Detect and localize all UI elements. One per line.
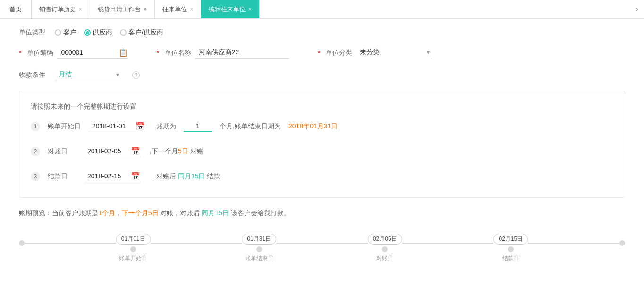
unit-code-input[interactable]: [57, 47, 119, 58]
unit-info-row: * 单位编码 📋 * 单位名称 * 单位分类 未分类 ▾: [19, 46, 625, 59]
unit-code-label: 单位编码: [27, 49, 53, 57]
timeline-label-2: 账单结束日: [245, 254, 273, 262]
row-num-1: 1: [31, 122, 40, 131]
tab-expand-button[interactable]: ›: [630, 4, 644, 14]
row-label-1: 账单开始日: [48, 122, 81, 131]
period-input[interactable]: [184, 121, 212, 132]
close-tab-edit-partner[interactable]: ×: [248, 6, 252, 13]
timeline-end-dot: [619, 240, 625, 246]
radio-customer-circle: [55, 29, 61, 36]
unit-category-label: 单位分类: [326, 49, 352, 57]
timeline-badge-1: 01月01日: [116, 234, 151, 245]
timeline-badge-3: 02月05日: [368, 234, 402, 245]
main-content: 单位类型 客户 供应商 客户/供应商 * 单位编码 📋: [0, 19, 644, 287]
row-num-2: 2: [31, 147, 40, 156]
unit-name-label: 单位名称: [165, 49, 191, 57]
timeline-label-3: 对账日: [376, 254, 393, 262]
unit-type-radio-group: 客户 供应商 客户/供应商: [55, 28, 163, 37]
radio-supplier[interactable]: 供应商: [84, 28, 112, 37]
timeline-dot-3: [382, 246, 388, 252]
card-title: 请按照未来的一个完整帐期进行设置: [31, 102, 613, 111]
unit-category-value: 未分类: [356, 46, 425, 59]
payment-date-input-wrapper: 📅: [84, 170, 140, 182]
preview-mid2: 对账，对账后: [159, 209, 202, 217]
close-tab-sales-history[interactable]: ×: [79, 6, 82, 13]
end-date-highlight: 2018年01月31日: [288, 122, 338, 131]
unit-category-dropdown-icon: ▾: [425, 49, 432, 56]
timeline-badge-2: 01月31日: [242, 234, 276, 245]
tab-cash-work[interactable]: 钱货日清工作台 ×: [90, 0, 155, 18]
payment-terms-dropdown-icon: ▾: [114, 71, 121, 78]
timeline: 01月01日 账单开始日 01月31日 账单结束日 02月05日 对账日 02月…: [19, 229, 625, 266]
tab-home[interactable]: 首页: [0, 0, 32, 18]
card-row-1: 1 账单开始日 📅 账期为 个月,账单结束日期为 2018年01月31日: [31, 120, 613, 132]
preview-suffix: 该客户会给我打款。: [229, 209, 290, 217]
unit-code-calendar-icon[interactable]: 📋: [119, 48, 128, 57]
payment-terms-value: 月结: [55, 68, 114, 81]
payment-terms-label: 收款条件: [19, 71, 45, 79]
row-label-3: 结款日: [48, 172, 76, 181]
card-row-2: 2 对账日 📅 ,下一个月5日 对账: [31, 145, 613, 157]
payment-terms-row: 收款条件 月结 ▾ ?: [19, 68, 625, 81]
unit-code-group: * 单位编码 📋: [19, 47, 128, 59]
preview-prefix: 账期预览：当前客户账期是: [19, 209, 98, 217]
radio-customer[interactable]: 客户: [55, 28, 76, 37]
payment-date-input[interactable]: [84, 170, 131, 182]
payment-date-calendar-icon[interactable]: 📅: [131, 172, 140, 181]
reconcile-date-input[interactable]: [84, 145, 131, 157]
close-tab-cash-work[interactable]: ×: [144, 6, 147, 13]
timeline-label-4: 结款日: [502, 254, 519, 262]
period-prefix: 账期为: [156, 122, 176, 131]
radio-customer-supplier[interactable]: 客户/供应商: [120, 28, 163, 37]
unit-name-input[interactable]: [195, 47, 289, 58]
payment-terms-select[interactable]: 月结 ▾: [55, 68, 121, 81]
start-date-input[interactable]: [88, 120, 136, 132]
timeline-node-4: 02月15日 结款日: [493, 234, 528, 252]
timeline-dot-2: [256, 246, 262, 252]
timeline-line-2: [151, 243, 242, 244]
settings-card: 请按照未来的一个完整帐期进行设置 1 账单开始日 📅 账期为 个月,账单结束日期…: [19, 91, 625, 198]
unit-category-group: * 单位分类 未分类 ▾: [318, 46, 432, 59]
unit-name-input-wrapper: [195, 47, 289, 59]
close-tab-partner[interactable]: ×: [190, 6, 193, 13]
reconcile-date-input-wrapper: 📅: [84, 145, 140, 157]
unit-code-input-wrapper: 📋: [57, 47, 128, 59]
unit-type-row: 单位类型 客户 供应商 客户/供应商: [19, 28, 625, 37]
timeline-dot-1: [130, 246, 136, 252]
unit-category-select[interactable]: 未分类 ▾: [356, 46, 432, 59]
row-label-2: 对账日: [48, 147, 76, 156]
payment-terms-help-icon[interactable]: ?: [132, 71, 140, 79]
timeline-line-4: [402, 243, 494, 244]
start-date-input-wrapper: 📅: [88, 120, 145, 132]
unit-name-group: * 单位名称: [156, 47, 289, 59]
tab-partner[interactable]: 往来单位 ×: [155, 0, 201, 18]
reconcile-desc: ,下一个月5日 对账: [150, 147, 203, 156]
timeline-line-3: [276, 243, 368, 244]
timeline-node-3: 02月05日 对账日: [368, 234, 402, 252]
row-num-3: 3: [31, 172, 40, 181]
preview-period: 1个月: [98, 209, 115, 217]
preview-section: 账期预览：当前客户账期是1个月，下一个月5日 对账，对账后 同月15日 该客户会…: [19, 202, 625, 266]
timeline-label-1: 账单开始日: [119, 254, 147, 262]
timeline-dot-4: [508, 246, 514, 252]
period-suffix: 个月,账单结束日期为: [220, 122, 281, 131]
tab-bar: 首页 销售订单历史 × 钱货日清工作台 × 往来单位 × 编辑往来单位 × ›: [0, 0, 644, 19]
tab-edit-partner[interactable]: 编辑往来单位 ×: [201, 0, 260, 18]
tab-sales-history[interactable]: 销售订单历史 ×: [32, 0, 90, 18]
timeline-node-2: 01月31日 账单结束日: [242, 234, 276, 252]
start-date-calendar-icon[interactable]: 📅: [136, 122, 145, 131]
payment-desc: ，对账后 同月15日 结款: [150, 172, 220, 181]
timeline-start-dot: [19, 240, 25, 246]
timeline-node-1: 01月01日 账单开始日: [116, 234, 151, 252]
preview-text: 账期预览：当前客户账期是1个月，下一个月5日 对账，对账后 同月15日 该客户会…: [19, 209, 625, 218]
reconcile-date-calendar-icon[interactable]: 📅: [131, 147, 140, 156]
preview-reconcile: 下一个月5日: [122, 209, 159, 217]
radio-supplier-circle: [84, 29, 91, 36]
card-row-3: 3 结款日 📅 ，对账后 同月15日 结款: [31, 170, 613, 182]
radio-customer-supplier-circle: [120, 29, 127, 36]
unit-type-label: 单位类型: [19, 28, 45, 37]
timeline-badge-4: 02月15日: [493, 234, 528, 245]
timeline-line-5: [528, 243, 619, 244]
preview-payment: 同月15日: [202, 209, 229, 217]
timeline-line-1: [25, 243, 116, 244]
